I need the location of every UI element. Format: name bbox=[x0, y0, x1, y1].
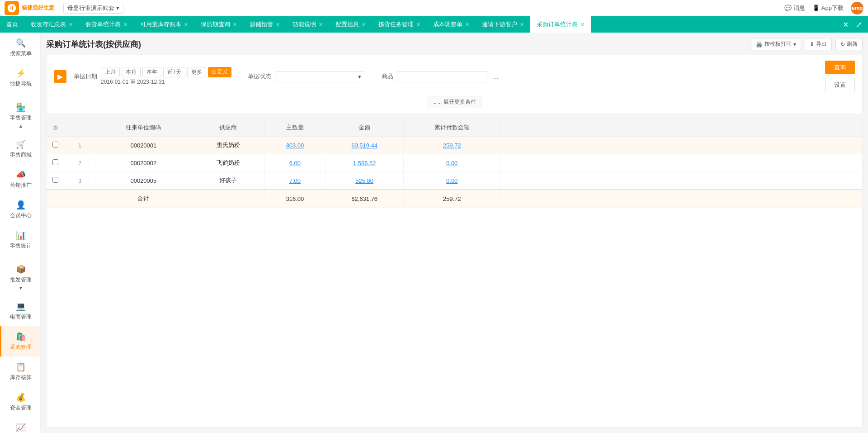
workspace-name: 母婴行业演示账套 bbox=[67, 4, 114, 12]
chevron-down-icon: ▾ bbox=[793, 41, 796, 48]
sidebar-item-retail-mgmt[interactable]: 🏪 零售管理 ▲ bbox=[0, 97, 40, 134]
operations-icon: 📈 bbox=[16, 423, 26, 433]
gear-icon[interactable]: ⚙ bbox=[53, 124, 58, 131]
nav-tab-3[interactable]: 保质期查询 ✕ bbox=[194, 16, 243, 33]
nav-tab-5[interactable]: 功能说明 ✕ bbox=[286, 16, 329, 33]
row-checkbox[interactable] bbox=[47, 172, 65, 190]
footer-label: 合计 bbox=[95, 190, 192, 208]
sidebar-item-finance[interactable]: 💰 资金管理 bbox=[0, 387, 40, 417]
row-amount[interactable]: 525.80 bbox=[326, 172, 404, 190]
row-code: 00020001 bbox=[95, 137, 192, 154]
nav-tab-7[interactable]: 拣货任务管理 ✕ bbox=[372, 16, 427, 33]
row-code: 00020002 bbox=[95, 154, 192, 172]
nav-tab-10[interactable]: 采购订单统计表 ✕ bbox=[530, 16, 591, 33]
more-dots[interactable]: ... bbox=[491, 72, 500, 81]
message-icon: 💬 bbox=[784, 5, 792, 11]
close-icon[interactable]: ✕ bbox=[319, 22, 323, 28]
sidebar-item-search[interactable]: 🔍 搜索菜单 bbox=[0, 33, 40, 63]
row-checkbox[interactable] bbox=[47, 154, 65, 172]
sidebar-item-retail-stats[interactable]: 📊 零售统计 bbox=[0, 225, 40, 255]
row-paid[interactable]: 0.00 bbox=[403, 154, 500, 172]
expand-btn[interactable]: ⌄⌄ 展开更多条件 bbox=[427, 96, 482, 108]
shortcut-7days[interactable]: 近7天 bbox=[163, 67, 185, 77]
settings-btn[interactable]: 设置 bbox=[825, 78, 855, 92]
refresh-btn[interactable]: ↻ 刷新 bbox=[835, 38, 863, 50]
date-filter-group: 单据日期 上月 本月 本年 近7天 更多 自定义 20 bbox=[74, 67, 231, 86]
table-row: 3 00020005 好孩子 7.00 525.80 0.00 bbox=[47, 172, 862, 190]
close-window-icon[interactable]: ✕ bbox=[840, 19, 851, 31]
sidebar-item-inventory[interactable]: 📋 库存核算 bbox=[0, 357, 40, 387]
shortcut-last-month[interactable]: 上月 bbox=[101, 67, 120, 77]
close-icon[interactable]: ✕ bbox=[233, 22, 237, 28]
close-icon[interactable]: ✕ bbox=[416, 22, 420, 28]
expand-row: ⌄⌄ 展开更多条件 bbox=[54, 96, 855, 108]
status-select[interactable]: ▾ bbox=[275, 71, 365, 82]
row-paid[interactable]: 0.00 bbox=[403, 172, 500, 190]
nav-tab-0[interactable]: 收发存汇总表 ✕ bbox=[24, 16, 79, 33]
sidebar: 🔍 搜索菜单 ⚡ 快捷导航 🏪 零售管理 ▲ 🛒 零售商城 📣 营销推广 bbox=[0, 33, 41, 433]
nav-tab-2[interactable]: 可用量库存账本 ✕ bbox=[134, 16, 194, 33]
sidebar-item-retail-shop[interactable]: 🛒 零售商城 bbox=[0, 134, 40, 164]
search-btn[interactable]: 查询 bbox=[825, 61, 855, 74]
close-icon[interactable]: ✕ bbox=[520, 22, 524, 28]
row-amount[interactable]: 60,519.44 bbox=[326, 137, 404, 154]
nav-tab-9[interactable]: 邀请下游客户 ✕ bbox=[476, 16, 530, 33]
row-checkbox[interactable] bbox=[47, 137, 65, 154]
header-actions: 🖨️ 按模板打印 ▾ ⬇ 导出 ↻ 刷新 bbox=[751, 38, 863, 50]
marketing-icon: 📣 bbox=[16, 170, 26, 180]
member-icon: 👤 bbox=[16, 200, 26, 210]
shortcut-more[interactable]: 更多 bbox=[187, 67, 206, 77]
close-icon[interactable]: ✕ bbox=[69, 22, 73, 28]
export-btn[interactable]: ⬇ 导出 bbox=[805, 38, 832, 50]
template-print-btn[interactable]: 🖨️ 按模板打印 ▾ bbox=[751, 38, 801, 50]
chevron-down-icon: ▾ bbox=[116, 5, 119, 11]
logo: 畅捷通好生意 bbox=[5, 1, 54, 15]
footer-amount: 62,631.76 bbox=[326, 190, 404, 208]
col-settings[interactable]: ⚙ bbox=[47, 119, 65, 137]
row-num: 2 bbox=[65, 154, 95, 172]
sidebar-item-ecommerce[interactable]: 💻 电商管理 bbox=[0, 296, 40, 326]
table-row: 2 00020002 飞鹤奶粉 6.00 1,586.52 0.00 bbox=[47, 154, 862, 172]
custom-badge[interactable]: 自定义 bbox=[208, 67, 231, 77]
row-paid[interactable]: 259.72 bbox=[403, 137, 500, 154]
sidebar-item-purchase[interactable]: 🛍️ 采购管理 bbox=[0, 326, 40, 357]
filter-date-col: 上月 本月 本年 近7天 更多 自定义 2016-01-01 至 2023-12… bbox=[101, 67, 231, 86]
workspace-selector[interactable]: 母婴行业演示账套 ▾ bbox=[63, 3, 123, 14]
sidebar-item-marketing[interactable]: 📣 营销推广 bbox=[0, 164, 40, 195]
shortcut-this-month[interactable]: 本月 bbox=[122, 67, 141, 77]
maximize-icon[interactable]: ⤢ bbox=[853, 19, 864, 31]
close-icon[interactable]: ✕ bbox=[123, 22, 127, 28]
message-btn[interactable]: 💬 消息 bbox=[784, 4, 805, 12]
expand-icon: ⌄⌄ bbox=[433, 99, 442, 105]
sidebar-item-members[interactable]: 👤 会员中心 bbox=[0, 195, 40, 225]
close-icon[interactable]: ✕ bbox=[465, 22, 469, 28]
data-table: ⚙ 往来单位编码 供应商 主数量 金额 累计付款金额 bbox=[46, 119, 863, 428]
nav-tab-home[interactable]: 首页 bbox=[0, 16, 24, 33]
filter-toggle-btn[interactable]: ▶ bbox=[54, 70, 66, 83]
nav-tab-1[interactable]: 要货单统计表 ✕ bbox=[79, 16, 134, 33]
app-download-btn[interactable]: 📱 App下载 bbox=[812, 4, 844, 12]
sidebar-item-operations[interactable]: 📈 经营管理 bbox=[0, 417, 40, 433]
nav-tab-6[interactable]: 配置信息 ✕ bbox=[329, 16, 372, 33]
sidebar-item-wholesale[interactable]: 📦 批发管理 ▼ bbox=[0, 259, 40, 296]
close-icon[interactable]: ✕ bbox=[580, 22, 585, 28]
row-qty[interactable]: 6.00 bbox=[264, 154, 326, 172]
goods-filter-group: 商品 ... bbox=[382, 71, 500, 82]
user-avatar[interactable]: demo2 bbox=[851, 2, 863, 14]
download-icon: 📱 bbox=[812, 5, 820, 11]
nav-tab-4[interactable]: 超储预警 ✕ bbox=[243, 16, 286, 33]
shortcut-this-year[interactable]: 本年 bbox=[142, 67, 161, 77]
close-icon[interactable]: ✕ bbox=[276, 22, 280, 28]
filter-area: ▶ 单据日期 上月 本月 本年 近7天 更多 自定义 bbox=[46, 55, 863, 114]
row-qty[interactable]: 7.00 bbox=[264, 172, 326, 190]
sidebar-item-quick-nav[interactable]: ⚡ 快捷导航 bbox=[0, 63, 40, 93]
footer-paid: 259.72 bbox=[403, 190, 500, 208]
status-filter-label: 单据状态 bbox=[248, 72, 271, 81]
search-icon: 🔍 bbox=[16, 38, 26, 48]
row-amount[interactable]: 1,586.52 bbox=[326, 154, 404, 172]
row-qty[interactable]: 303.00 bbox=[264, 137, 326, 154]
nav-tab-8[interactable]: 成本调整单 ✕ bbox=[427, 16, 476, 33]
goods-input[interactable] bbox=[397, 71, 487, 82]
close-icon[interactable]: ✕ bbox=[184, 22, 188, 28]
close-icon[interactable]: ✕ bbox=[362, 22, 366, 28]
